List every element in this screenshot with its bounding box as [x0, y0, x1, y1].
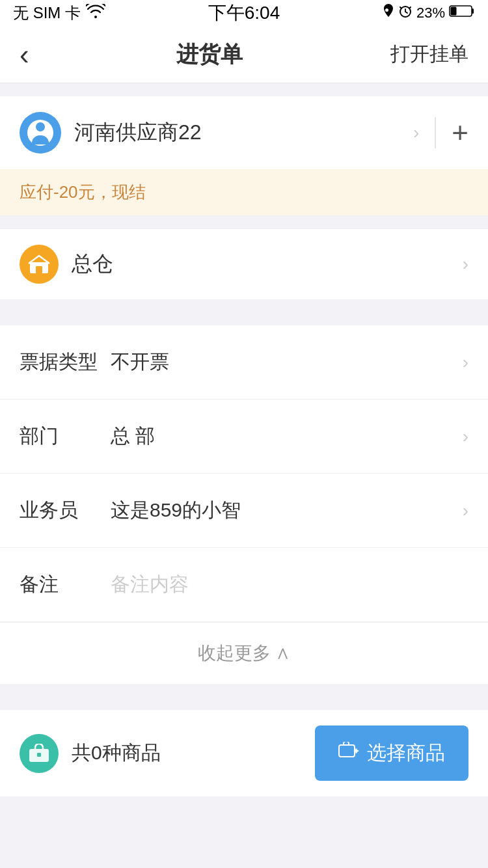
- collapse-label: 收起更多 ∧: [198, 641, 291, 666]
- nav-bar: ‹ 进货单 打开挂单: [0, 26, 488, 83]
- avatar-inner: [27, 120, 53, 146]
- collapse-row[interactable]: 收起更多 ∧: [0, 622, 488, 684]
- notice-text: 应付-20元，现结: [20, 182, 146, 202]
- select-product-label: 选择商品: [367, 740, 445, 766]
- carrier-label: 无 SIM 卡: [13, 3, 81, 23]
- product-count: 共0种商品: [72, 740, 315, 766]
- notice-banner: 应付-20元，现结: [0, 169, 488, 215]
- invoice-type-row[interactable]: 票据类型 不开票 ›: [0, 325, 488, 400]
- supplier-avatar: [20, 112, 61, 154]
- page-title: 进货单: [176, 40, 243, 70]
- battery-label: 23%: [416, 5, 445, 21]
- supplier-divider: [435, 117, 436, 148]
- form-section: 票据类型 不开票 › 部门 总 部 › 业务员 这是859的小智 › 备注 备注…: [0, 325, 488, 684]
- invoice-type-label: 票据类型: [20, 349, 111, 375]
- remark-label: 备注: [20, 571, 111, 598]
- add-supplier-button[interactable]: +: [452, 118, 468, 147]
- remark-row[interactable]: 备注 备注内容 ›: [0, 548, 488, 622]
- status-time: 下午6:04: [208, 1, 280, 25]
- alarm-icon: [398, 4, 413, 22]
- svg-rect-8: [339, 745, 355, 757]
- supplier-name: 河南供应商22: [74, 118, 407, 147]
- department-label: 部门: [20, 423, 111, 450]
- svg-rect-7: [37, 753, 41, 757]
- location-icon: [383, 4, 394, 22]
- page-background: [0, 796, 488, 868]
- supplier-card: 河南供应商22 › + 应付-20元，现结: [0, 96, 488, 215]
- salesperson-row[interactable]: 业务员 这是859的小智 ›: [0, 474, 488, 548]
- back-button[interactable]: ‹: [20, 38, 29, 71]
- supplier-row[interactable]: 河南供应商22 › +: [0, 96, 488, 169]
- remark-input[interactable]: 备注内容: [111, 571, 456, 598]
- department-row[interactable]: 部门 总 部 ›: [0, 400, 488, 474]
- bottom-section: 共0种商品 选择商品: [0, 710, 488, 796]
- section-gap-4: [0, 684, 488, 697]
- svg-rect-2: [472, 8, 474, 14]
- open-pending-button[interactable]: 打开挂单: [390, 41, 468, 68]
- section-gap-3: [0, 299, 488, 312]
- status-left: 无 SIM 卡: [13, 3, 105, 23]
- department-chevron: ›: [463, 426, 468, 447]
- invoice-type-value: 不开票: [111, 349, 456, 375]
- warehouse-icon: [20, 245, 59, 284]
- wifi-icon: [86, 4, 105, 22]
- battery-icon: [449, 5, 475, 21]
- department-value: 总 部: [111, 423, 456, 450]
- salesperson-chevron: ›: [463, 500, 468, 521]
- status-bar: 无 SIM 卡 下午6:04 23%: [0, 0, 488, 26]
- select-product-icon: [338, 742, 359, 765]
- salesperson-value: 这是859的小智: [111, 497, 456, 524]
- section-gap-1: [0, 83, 488, 96]
- salesperson-label: 业务员: [20, 497, 111, 524]
- product-icon: [20, 734, 59, 773]
- warehouse-chevron: ›: [463, 254, 468, 275]
- svg-rect-5: [36, 266, 42, 273]
- select-product-button[interactable]: 选择商品: [315, 726, 468, 781]
- invoice-type-chevron: ›: [463, 352, 468, 373]
- section-gap-2: [0, 215, 488, 228]
- svg-rect-3: [451, 7, 457, 16]
- warehouse-row[interactable]: 总仓 ›: [0, 228, 488, 299]
- status-right: 23%: [383, 4, 475, 22]
- supplier-chevron: ›: [413, 122, 419, 143]
- warehouse-name: 总仓: [72, 250, 456, 278]
